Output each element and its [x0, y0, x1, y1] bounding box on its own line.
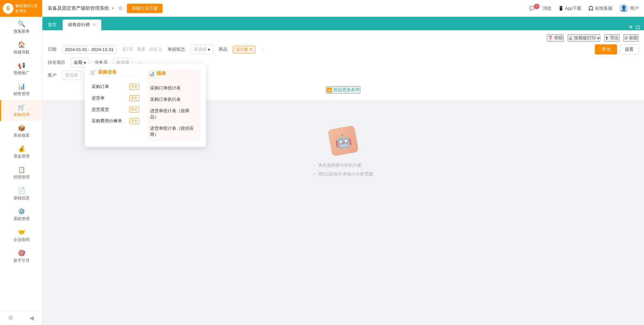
- message-item[interactable]: 💬 5 消息: [529, 5, 551, 11]
- customer-select[interactable]: 请选择: [62, 71, 81, 80]
- goods-label: 商品: [219, 46, 227, 52]
- sidebar-item-operations[interactable]: 📋 经营管理: [0, 163, 42, 184]
- toolbar-row: ❓ 帮助 🖨 按模板打印 ▾ ⬆ 导出 ↺ 刷新: [48, 34, 639, 44]
- customer-label: 客户: [48, 72, 57, 78]
- help-button[interactable]: ❓ 帮助: [547, 34, 564, 42]
- purchase-section-title: 🛒 采购业务: [90, 69, 141, 77]
- topbar: 装备及固定资产辅助管理系统 ▾ ⚙ 体验行业方案 💬 5 消息 📱 App下载 …: [42, 0, 644, 17]
- empty-hints: 请先选择要分析的方案 用[过滤]条件来缩小分析范围: [313, 161, 373, 178]
- dropdown-item-incoming-by-goods[interactable]: 进货单统计表（按商品）: [149, 105, 199, 123]
- sidebar-item-purchase[interactable]: 🛒 采购管理: [0, 100, 42, 121]
- date-range-select[interactable]: 2024-01-01 - 2024-12-31: [62, 45, 117, 54]
- filter-row-1: 日期 2024-01-01 - 2024-12-31 近7天 更多 自定义 单据…: [48, 44, 639, 54]
- operations-icon: 📋: [18, 166, 25, 173]
- tab-home[interactable]: 首页: [42, 19, 62, 30]
- online-service-item[interactable]: 🎧 在线客服: [588, 5, 612, 11]
- solution-button[interactable]: 体验行业方案: [127, 4, 163, 13]
- sidebar-item-search[interactable]: 🔍 搜索菜单: [0, 17, 42, 38]
- guide-label: 新手引导: [13, 258, 30, 263]
- goods-tag: 设计素 ✕: [233, 46, 256, 53]
- avatar: 👤: [619, 4, 629, 13]
- dropdown-item-expense[interactable]: 采购费用分摊单 历史: [90, 115, 141, 127]
- help-icon: ❓: [547, 36, 553, 41]
- tab-close-icon[interactable]: ✕: [93, 23, 96, 27]
- purchase-icon: 🛒: [18, 104, 25, 111]
- date-label: 日期: [48, 46, 57, 52]
- tab-sales-ranking[interactable]: 销售排行榜 ✕: [63, 19, 101, 30]
- sidebar-collapse-btn[interactable]: ◀: [29, 314, 34, 322]
- sidebar: 6 畅捷通好生意 标准版 🔍 搜索菜单 🏠 快捷导航 📢 营销推广 📊 销售管理…: [0, 0, 42, 325]
- export-button[interactable]: ⬆ 导出: [604, 34, 619, 42]
- history-badge-3: 历史: [129, 107, 139, 113]
- dropdown-popup: 🛒 采购业务 采购订单 历史 进货单 历史 进货退货 历史: [85, 64, 206, 147]
- user-item[interactable]: 👤 用户: [619, 4, 639, 13]
- quick-nav-icon: 🏠: [18, 41, 25, 48]
- message-label: 消息: [543, 5, 551, 11]
- sidebar-item-enterprise[interactable]: 🤝 企业协同: [0, 225, 42, 246]
- inventory-icon: 📦: [18, 124, 25, 132]
- query-button[interactable]: 查询: [595, 44, 617, 54]
- dropdown-sections: 🛒 采购业务 采购订单 历史 进货单 历史 进货退货 历史: [90, 69, 201, 141]
- empty-hint-1: 请先选择要分析的方案: [313, 161, 373, 170]
- tab-maximize-icon[interactable]: ⊡: [636, 24, 640, 30]
- empty-robot-icon: 🤖: [328, 125, 359, 157]
- system-icon: ⚙️: [18, 208, 25, 215]
- sidebar-item-finance[interactable]: 💰 资金管理: [0, 142, 42, 163]
- tabbar: 首页 销售排行榜 ✕ ✕ ⊡: [42, 17, 644, 30]
- sidebar-item-sales[interactable]: 📊 销售管理: [0, 79, 42, 100]
- logo-text: 畅捷通好生意 标准版: [15, 3, 38, 14]
- basic-info-icon: 📄: [18, 187, 25, 194]
- dropdown-item-incoming[interactable]: 进货单 历史: [90, 92, 141, 104]
- dropdown-item-purchase-stat[interactable]: 采购订单统计表: [149, 82, 199, 94]
- sidebar-item-inventory[interactable]: 📦 库存核算: [0, 121, 42, 142]
- sidebar-item-guide[interactable]: 🎯 新手引导: [0, 246, 42, 267]
- sidebar-item-marketing[interactable]: 📢 营销推广: [0, 58, 42, 79]
- sidebar-item-basic-info[interactable]: 📄 基础信息: [0, 184, 42, 204]
- app-download-label: App下载: [565, 5, 581, 11]
- print-icon: 🖨: [568, 36, 573, 41]
- tab-home-label: 首页: [48, 22, 57, 28]
- system-label: 系统管理: [13, 216, 30, 222]
- empty-icon-area: 🤖: [330, 127, 357, 154]
- dropdown-item-purchase-exec[interactable]: 采购订单执行表: [149, 94, 199, 105]
- purchase-section-icon: 🛒: [90, 70, 96, 75]
- dropdown-item-purchase-order[interactable]: 采购订单 历史: [90, 81, 141, 92]
- report-section: 📊 报表 采购订单统计表 采购订单执行表 进货单统计表（按商品） 进货单统计表（…: [147, 69, 201, 141]
- sidebar-settings-btn[interactable]: ⚙: [8, 314, 13, 322]
- topbar-settings-icon[interactable]: ⚙: [118, 5, 123, 11]
- purchase-label: 采购管理: [13, 112, 30, 118]
- sales-label: 销售管理: [13, 91, 30, 97]
- sidebar-footer: ⚙ ◀: [0, 311, 42, 325]
- collapse-icon: 🔼: [327, 87, 332, 92]
- content-area: ❓ 帮助 🖨 按模板打印 ▾ ⬆ 导出 ↺ 刷新 日: [42, 30, 644, 325]
- doc-status-select[interactable]: 请选择 ▾: [190, 45, 213, 54]
- sidebar-logo: 6 畅捷通好生意 标准版: [0, 0, 42, 17]
- tabbar-right: ✕ ⊡: [629, 24, 644, 30]
- dropdown-item-incoming-by-supplier[interactable]: 进货单统计表（按供应商）: [149, 123, 199, 140]
- sidebar-nav: 🔍 搜索菜单 🏠 快捷导航 📢 营销推广 📊 销售管理 🛒 采购管理 📦 库存核…: [0, 17, 42, 311]
- phone-icon: 📱: [558, 6, 564, 11]
- tab-sales-ranking-label: 销售排行榜: [68, 22, 90, 28]
- sidebar-item-quick-nav[interactable]: 🏠 快捷导航: [0, 38, 42, 58]
- doc-status-label: 单据状态: [168, 46, 185, 52]
- basic-info-label: 基础信息: [13, 195, 30, 201]
- settings-button[interactable]: 设置: [620, 44, 639, 54]
- goods-more-icon[interactable]: ···: [261, 47, 265, 52]
- date-value: 2024-01-01 - 2024-12-31: [65, 47, 114, 52]
- app-download-item[interactable]: 📱 App下载: [558, 5, 581, 11]
- dropdown-item-return[interactable]: 进货退货 历史: [90, 104, 141, 115]
- goods-tag-close[interactable]: ✕: [249, 47, 253, 52]
- history-badge: 历史: [129, 84, 139, 90]
- finance-icon: 💰: [18, 145, 25, 153]
- refresh-button[interactable]: ↺ 刷新: [623, 34, 639, 42]
- search-icon: 🔍: [18, 20, 25, 28]
- topbar-right: 💬 5 消息 📱 App下载 🎧 在线客服 👤 用户: [529, 4, 639, 13]
- sidebar-item-system[interactable]: ⚙️ 系统管理: [0, 204, 42, 225]
- empty-hint-2: 用[过滤]条件来缩小分析范围: [313, 170, 373, 178]
- main-area: 装备及固定资产辅助管理系统 ▾ ⚙ 体验行业方案 💬 5 消息 📱 App下载 …: [42, 0, 644, 325]
- tab-close-window-icon[interactable]: ✕: [629, 24, 633, 30]
- quick-nav-label: 快捷导航: [13, 49, 30, 55]
- print-button[interactable]: 🖨 按模板打印 ▾: [568, 34, 600, 42]
- topbar-arrow-icon[interactable]: ▾: [112, 6, 114, 11]
- collapse-button[interactable]: 🔼 收起更多条件: [326, 86, 360, 93]
